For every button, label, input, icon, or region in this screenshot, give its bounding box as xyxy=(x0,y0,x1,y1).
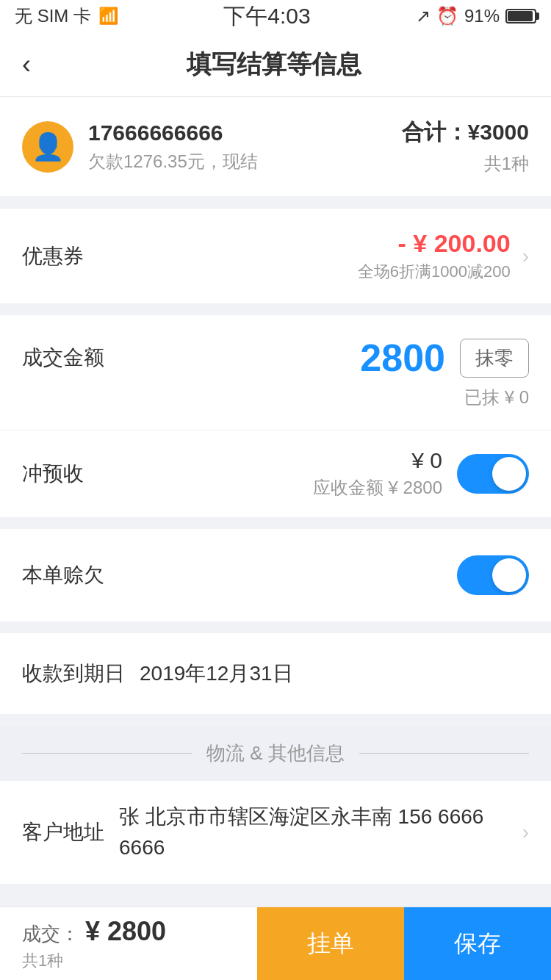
amount-sub: 已抹 ¥ 0 xyxy=(22,386,529,409)
debt-row: 本单赊欠 xyxy=(0,529,551,621)
logistics-label: 物流 & 其他信息 xyxy=(206,741,345,766)
debt-toggle-thumb xyxy=(492,558,526,592)
deal-amount-value: 2800 xyxy=(360,336,445,380)
save-button[interactable]: 保存 xyxy=(404,907,551,980)
battery-fill xyxy=(508,11,533,21)
address-row[interactable]: 客户地址 张 北京市市辖区海淀区永丰南 156 6666 6666 › xyxy=(0,781,551,884)
battery-percent: 91% xyxy=(464,6,500,26)
coupon-right: - ¥ 200.00 全场6折满1000减200 › xyxy=(358,229,529,283)
carrier-text: 无 SIM 卡 xyxy=(15,4,91,28)
due-date-label: 收款到期日 xyxy=(22,660,125,688)
coupon-detail: - ¥ 200.00 全场6折满1000减200 xyxy=(358,229,511,283)
prepay-receivable: 应收金额 ¥ 2800 xyxy=(313,476,442,500)
customer-phone: 17666666666 xyxy=(88,120,402,145)
logistics-divider: 物流 & 其他信息 xyxy=(0,726,551,781)
deal-amount-label: 成交金额 xyxy=(22,344,104,372)
battery-bar xyxy=(505,9,536,24)
coupon-desc: 全场6折满1000减200 xyxy=(358,261,511,283)
nav-bar: ‹ 填写结算等信息 xyxy=(0,32,551,97)
prepay-right: ¥ 0 应收金额 ¥ 2800 xyxy=(313,448,529,500)
status-bar: 无 SIM 卡 📶 下午4:03 ↗ ⏰ 91% xyxy=(0,0,551,32)
bottom-deal-label: 成交： xyxy=(22,921,79,947)
bottom-count: 共1种 xyxy=(22,950,235,972)
order-total: 合计：¥3000 共1种 xyxy=(402,118,529,176)
amount-right: 2800 抹零 xyxy=(360,336,529,380)
bottom-bar: 成交： ¥ 2800 共1种 挂单 保存 xyxy=(0,907,551,980)
debt-label: 本单赊欠 xyxy=(22,561,104,589)
avatar: 👤 xyxy=(22,121,73,173)
customer-info-row: 👤 17666666666 欠款1276.35元，现结 合计：¥3000 共1种 xyxy=(0,97,551,196)
bottom-summary: 成交： ¥ 2800 共1种 xyxy=(0,916,257,972)
amount-row: 成交金额 2800 抹零 xyxy=(22,336,529,380)
status-left: 无 SIM 卡 📶 xyxy=(15,4,118,28)
total-amount: 合计：¥3000 xyxy=(402,118,529,148)
due-date-row: 收款到期日 2019年12月31日 xyxy=(0,633,551,714)
divider-line-left xyxy=(22,753,192,754)
round-button[interactable]: 抹零 xyxy=(460,339,529,378)
coupon-label: 优惠券 xyxy=(22,242,84,270)
address-chevron-icon: › xyxy=(522,821,529,844)
prepay-amounts: ¥ 0 应收金额 ¥ 2800 xyxy=(313,448,442,500)
customer-details: 17666666666 欠款1276.35元，现结 xyxy=(88,120,402,173)
bottom-deal-row: 成交： ¥ 2800 xyxy=(22,916,235,947)
location-icon: ↗ xyxy=(416,6,431,26)
separator-1 xyxy=(0,303,551,315)
coupon-amount: - ¥ 200.00 xyxy=(358,229,511,258)
alarm-icon: ⏰ xyxy=(436,6,458,26)
status-right: ↗ ⏰ 91% xyxy=(416,6,536,26)
prepay-row: 冲预收 ¥ 0 应收金额 ¥ 2800 xyxy=(0,430,551,517)
prepay-value: ¥ 0 xyxy=(313,448,442,473)
bottom-deal-amount: ¥ 2800 xyxy=(85,916,166,947)
total-label: 合计： xyxy=(402,120,468,144)
coupon-row[interactable]: 优惠券 - ¥ 200.00 全场6折满1000减200 › xyxy=(0,208,551,303)
prepay-toggle[interactable] xyxy=(457,454,529,494)
address-value: 张 北京市市辖区海淀区永丰南 156 6666 6666 xyxy=(119,801,508,863)
debt-toggle[interactable] xyxy=(457,555,529,595)
hang-button[interactable]: 挂单 xyxy=(257,907,404,980)
prepay-label: 冲预收 xyxy=(22,460,84,488)
separator-2 xyxy=(0,517,551,529)
page-title: 填写结算等信息 xyxy=(46,48,503,82)
amount-section: 成交金额 2800 抹零 已抹 ¥ 0 xyxy=(0,315,551,430)
toggle-thumb xyxy=(492,457,526,491)
address-label: 客户地址 xyxy=(22,818,104,846)
wifi-icon: 📶 xyxy=(98,7,118,26)
due-date-value: 2019年12月31日 xyxy=(140,660,293,688)
total-count: 共1种 xyxy=(402,152,529,176)
chevron-right-icon: › xyxy=(522,245,529,268)
divider-line-right xyxy=(359,753,529,754)
total-value: ¥3000 xyxy=(468,120,529,144)
time-display: 下午4:03 xyxy=(223,1,310,32)
back-button[interactable]: ‹ xyxy=(22,49,31,80)
customer-debt: 欠款1276.35元，现结 xyxy=(88,150,402,173)
